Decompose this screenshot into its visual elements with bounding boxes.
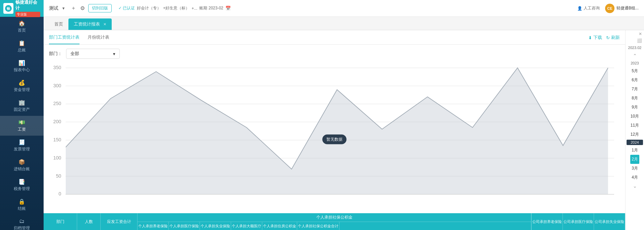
tab-home[interactable]: 首页 <box>49 18 68 30</box>
col-dept: 部门 <box>44 213 77 230</box>
sidebar-item-archive[interactable]: 🗂 归档管理 <box>0 215 44 230</box>
date-month-item[interactable]: 8月 <box>629 94 640 103</box>
archive-icon: 🗂 <box>19 218 24 224</box>
subtab-monthly-label: 月份统计表 <box>88 35 109 40</box>
svg-text:畅: 畅 <box>7 7 10 10</box>
date-month-item[interactable]: 5月 <box>629 66 640 76</box>
refresh-button[interactable]: ↻ 刷新 <box>606 35 620 41</box>
date-month-item[interactable]: 11月 <box>629 121 640 130</box>
col-c-old-label: 公司承担养老保险 <box>532 219 562 224</box>
col-p-major: 个人承担大额医疗 <box>231 222 262 230</box>
user-menu[interactable]: CE 轻捷通B组... <box>605 4 639 13</box>
sidebar-item-fund[interactable]: 💰 资金管理 <box>0 76 44 96</box>
date-month-item[interactable]: 3月 <box>630 164 639 173</box>
personal-group-sub: 个人承担养老保险 个人承担医疗保险 个人承担失业保险 个人承担大额医疗 个人承担 <box>138 222 531 230</box>
subtab-dept[interactable]: 部门工资统计表 <box>49 34 79 44</box>
download-icon: ⬇ <box>588 35 592 40</box>
svg-text:300: 300 <box>53 83 61 88</box>
close-acct-icon: 🔒 <box>18 198 25 205</box>
date-month-item[interactable]: 1月 <box>630 146 639 155</box>
sidebar-item-asset[interactable]: 🏢 固定资产 <box>0 96 44 116</box>
col-p-housing-label: 个人承担住房公积金 <box>263 224 296 229</box>
switch-version-button[interactable]: 切到旧版 <box>88 4 112 12</box>
date-prev-button[interactable]: ⌃ <box>632 52 638 60</box>
svg-text:100: 100 <box>53 155 61 160</box>
refresh-label: 刷新 <box>611 35 620 41</box>
col-c-unemp-label: 公司承担失业保险 <box>595 219 624 224</box>
sidebar-item-ledger-label: 总账 <box>18 47 26 53</box>
sidebar-item-purchase-label: 进销台账 <box>14 166 30 172</box>
sidebar-item-home[interactable]: 🏠 首页 <box>0 17 44 37</box>
sidebar-item-ledger[interactable]: 📋 总账 <box>0 37 44 56</box>
dept-filter-select[interactable]: 全部 ▾ <box>66 49 120 59</box>
col-dept-label: 部门 <box>56 219 64 225</box>
col-p-unemp: 个人承担失业保险 <box>200 222 231 230</box>
sidebar-nav: 🏠 首页 📋 总账 📊 报表中心 💰 资金管理 🏢 固定资产 💵 工资 🧾 发票… <box>0 17 44 230</box>
subtab-actions: ⬇ 下载 ↻ 刷新 <box>588 35 620 44</box>
svg-text:250: 250 <box>53 101 61 106</box>
col-count: 人数 <box>77 213 101 230</box>
company-dropdown-icon[interactable]: ▾ <box>62 6 65 11</box>
logo-icon: 畅 <box>3 3 13 14</box>
asset-icon: 🏢 <box>18 99 25 106</box>
date-month-item[interactable]: 2月 <box>630 155 639 164</box>
date-month-item[interactable]: 10月 <box>629 112 640 121</box>
col-p-medical-label: 个人承担医疗保险 <box>169 224 199 229</box>
topbar-actions: ＋ ⚙ 切到旧版 <box>70 4 112 12</box>
date-month-item[interactable]: 12月 <box>629 130 640 139</box>
col-p-housing: 个人承担住房公积金 <box>262 222 297 230</box>
sidebar-item-fund-label: 资金管理 <box>14 87 30 93</box>
year-2024-text: 2024 <box>631 140 639 144</box>
date-month-item[interactable]: 7月 <box>629 85 640 94</box>
tab-salary-report[interactable]: 工资统计报表 ✕ <box>68 18 112 30</box>
date-next-button[interactable]: ⌄ <box>632 182 638 190</box>
tab-salary-report-label: 工资统计报表 <box>74 21 100 27</box>
username-label: 轻捷通B组... <box>616 5 639 11</box>
sidebar-item-home-label: 首页 <box>18 28 26 33</box>
avatar: CE <box>605 4 614 13</box>
more-products: +... <box>192 6 197 11</box>
subtab-monthly[interactable]: 月份统计表 <box>88 34 109 44</box>
col-c-unemp: 公司承担失业保险 <box>594 213 625 230</box>
date-year-2023-section: 2023 5月6月7月8月9月10月11月12月 <box>629 60 640 139</box>
tab-close-icon[interactable]: ✕ <box>103 22 106 26</box>
sidebar-logo: 畅 畅捷通好会计 专业版 <box>0 0 44 17</box>
sidebar-item-tax[interactable]: 📑 税务管理 <box>0 175 44 195</box>
chart-wrapper: 350 300 250 200 150 100 50 0 <box>44 63 625 213</box>
year-2023-label: 2023 <box>629 60 640 66</box>
subtab-bar: 部门工资统计表 月份统计表 ⬇ 下载 ↻ 刷新 <box>44 30 625 45</box>
content-area: 部门工资统计表 月份统计表 ⬇ 下载 ↻ 刷新 <box>44 30 644 230</box>
sidebar-item-report[interactable]: 📊 报表中心 <box>0 56 44 76</box>
help-icon: 👤 <box>577 6 582 11</box>
help-button[interactable]: 👤 人工咨询 <box>577 5 600 11</box>
download-button[interactable]: ⬇ 下载 <box>588 35 602 41</box>
main-panel: 部门工资统计表 月份统计表 ⬇ 下载 ↻ 刷新 <box>44 30 625 230</box>
sidebar-item-purchase[interactable]: 📦 进销台账 <box>0 155 44 175</box>
sidebar-item-tax-label: 税务管理 <box>14 186 30 192</box>
sidebar-item-close-label: 结账 <box>18 206 26 212</box>
date-current[interactable]: 2023.02 <box>626 44 644 52</box>
date-month-item[interactable]: 4月 <box>630 173 639 182</box>
extra-product: +好生意（标） <box>163 5 190 11</box>
salary-icon: 💵 <box>18 119 25 126</box>
date-month-item[interactable]: 6月 <box>629 76 640 85</box>
home-icon: 🏠 <box>18 20 25 27</box>
calendar-icon[interactable]: 📅 <box>225 6 231 11</box>
date-month-item[interactable]: 9月 <box>629 103 640 112</box>
add-button[interactable]: ＋ <box>70 4 77 12</box>
settings-gear-button[interactable]: ⚙ <box>79 4 86 12</box>
col-p-old-label: 个人承担养老保险 <box>138 224 168 229</box>
sidebar-item-close[interactable]: 🔒 结账 <box>0 195 44 215</box>
logo-badge: 专业版 <box>15 12 40 17</box>
select-arrow-icon: ▾ <box>113 51 115 56</box>
logo-name: 畅捷通好会计 <box>15 0 40 11</box>
col-p-old: 个人承担养老保险 <box>138 222 169 230</box>
svg-text:50: 50 <box>56 173 61 179</box>
personal-group-title: 个人承担社保公积金 <box>138 213 531 222</box>
window-maximize-button[interactable]: ⬜ <box>635 38 644 44</box>
sidebar-item-salary[interactable]: 💵 工资 <box>0 116 44 136</box>
col-c-medical: 公司承担医疗保险 <box>563 213 594 230</box>
svg-text:200: 200 <box>53 119 61 124</box>
window-close-button[interactable]: ✕ <box>637 30 644 38</box>
sidebar-item-invoice[interactable]: 🧾 发票管理 <box>0 136 44 155</box>
